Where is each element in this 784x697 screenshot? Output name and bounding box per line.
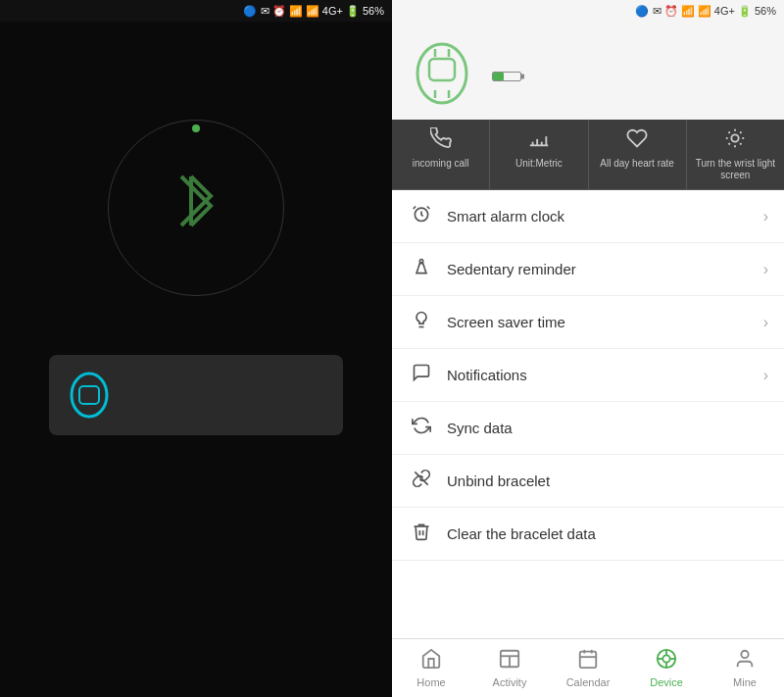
status-bar-right: 🔵 ✉ ⏰ 📶 📶 4G+ 🔋 56%	[392, 0, 784, 22]
menu-label-4: Sync data	[447, 420, 768, 436]
heart-rate-icon	[626, 127, 648, 154]
quick-action-unit-metric[interactable]: Unit:Metric	[490, 120, 588, 189]
wrist-light-icon	[724, 127, 746, 154]
svg-point-1	[72, 373, 107, 417]
svg-point-41	[741, 651, 748, 658]
nav-item-activity[interactable]: Activity	[470, 639, 549, 697]
unit-metric-icon	[528, 127, 550, 154]
left-panel: 🔵 ✉ ⏰ 📶 📶 4G+ 🔋 56%	[0, 0, 392, 697]
menu-label-5: Unbind bracelet	[447, 473, 768, 489]
battery-fill	[493, 73, 504, 80]
menu-item-sedentary-reminder[interactable]: Sedentary reminder ›	[392, 243, 784, 296]
svg-line-21	[729, 143, 730, 144]
nav-icon-device	[656, 648, 677, 674]
svg-rect-2	[79, 386, 99, 404]
nav-icon-calendar	[577, 648, 599, 674]
nav-label-device: Device	[650, 676, 683, 688]
device-info-row	[408, 39, 768, 108]
device-header	[392, 22, 784, 120]
svg-line-22	[741, 132, 742, 133]
incoming-call-label: incoming call	[413, 158, 469, 170]
chevron-icon: ›	[763, 208, 768, 225]
svg-line-20	[741, 143, 742, 144]
menu-item-clear-the-bracelet-data[interactable]: Clear the bracelet data	[392, 508, 784, 561]
nav-item-device[interactable]: Device	[627, 639, 706, 697]
scan-circle	[108, 120, 284, 296]
svg-rect-4	[429, 59, 455, 80]
svg-point-3	[417, 44, 466, 103]
bluetooth-container	[98, 110, 294, 306]
nav-item-home[interactable]: Home	[392, 639, 470, 697]
wrist-light-label: Turn the wrist light screen	[691, 158, 780, 181]
menu-label-1: Sedentary reminder	[447, 261, 763, 277]
quick-action-wrist-light[interactable]: Turn the wrist light screen	[687, 120, 784, 189]
status-bar-left: 🔵 ✉ ⏰ 📶 📶 4G+ 🔋 56%	[0, 0, 392, 22]
chevron-icon: ›	[763, 314, 768, 331]
menu-icon-3	[408, 363, 435, 387]
menu-label-6: Clear the bracelet data	[447, 525, 768, 542]
nav-item-calendar[interactable]: Calendar	[549, 639, 627, 697]
menu-label-2: Screen saver time	[447, 314, 763, 330]
menu-icon-4	[408, 416, 435, 440]
menu-item-smart-alarm-clock[interactable]: Smart alarm clock ›	[392, 190, 784, 243]
scan-dot	[192, 124, 200, 132]
nav-label-home: Home	[416, 676, 445, 688]
nav-label-activity: Activity	[493, 676, 527, 688]
quick-action-incoming-call[interactable]: incoming call	[392, 120, 490, 189]
battery-bar	[492, 72, 521, 81]
device-card[interactable]	[49, 355, 343, 435]
menu-icon-0	[408, 204, 435, 228]
unit-metric-label: Unit:Metric	[515, 158, 563, 170]
right-panel: 🔵 ✉ ⏰ 📶 📶 4G+ 🔋 56%	[392, 0, 784, 697]
nav-icon-home	[420, 648, 442, 674]
nav-icon-mine	[734, 648, 756, 674]
svg-point-26	[419, 260, 422, 263]
chevron-icon: ›	[763, 261, 768, 278]
device-card-info	[129, 393, 327, 397]
svg-line-19	[729, 132, 730, 133]
nav-label-mine: Mine	[733, 676, 757, 688]
status-icons-right: 🔵 ✉ ⏰ 📶 📶 4G+ 🔋 56%	[635, 5, 776, 18]
nav-item-mine[interactable]: Mine	[706, 639, 784, 697]
svg-line-24	[414, 207, 416, 210]
bracelet-thumbnail	[65, 371, 114, 420]
heart-rate-label: All day heart rate	[600, 158, 674, 170]
svg-point-36	[662, 655, 669, 662]
svg-line-25	[427, 207, 430, 210]
status-icons-left: 🔵 ✉ ⏰ 📶 📶 4G+ 🔋 56%	[243, 5, 384, 18]
menu-icon-6	[408, 522, 435, 546]
nav-icon-activity	[499, 648, 520, 674]
device-details	[492, 66, 768, 81]
svg-line-27	[415, 472, 427, 484]
chevron-icon: ›	[763, 367, 768, 384]
menu-label-0: Smart alarm clock	[447, 208, 763, 224]
incoming-call-icon	[430, 127, 452, 154]
menu-item-sync-data[interactable]: Sync data	[392, 402, 784, 455]
svg-rect-31	[580, 652, 597, 669]
quick-actions: incoming call Unit:Metric All day hear	[392, 120, 784, 190]
svg-point-14	[732, 134, 739, 141]
menu-item-screen-saver-time[interactable]: Screen saver time ›	[392, 296, 784, 349]
bracelet-icon-large	[408, 39, 476, 108]
menu-icon-1	[408, 257, 435, 281]
menu-icon-2	[408, 310, 435, 334]
menu-item-unbind-bracelet[interactable]: Unbind bracelet	[392, 455, 784, 508]
menu-icon-5	[408, 469, 435, 493]
quick-action-heart-rate[interactable]: All day heart rate	[589, 120, 687, 189]
menu-item-notifications[interactable]: Notifications ›	[392, 349, 784, 402]
menu-label-3: Notifications	[447, 367, 763, 383]
nav-label-calendar: Calendar	[566, 676, 611, 688]
menu-list: Smart alarm clock › Sedentary reminder ›…	[392, 190, 784, 638]
bottom-nav: Home Activity Calendar Device Mine	[392, 638, 784, 697]
